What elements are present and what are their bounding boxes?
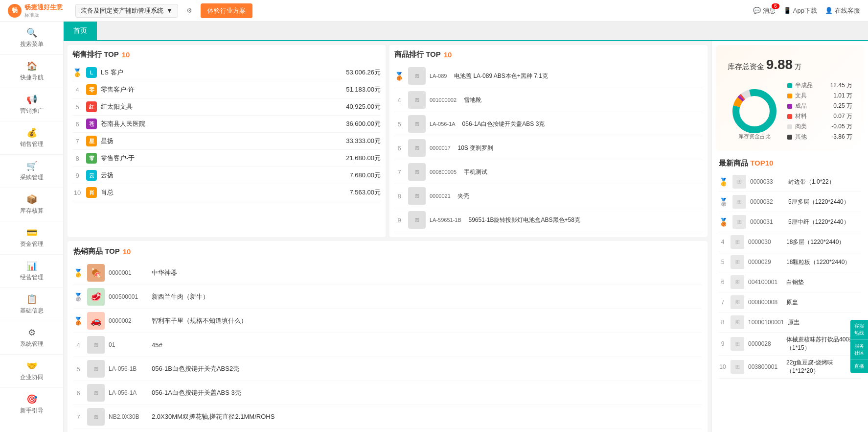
service-float: 客服热线 服务社区 直播 bbox=[850, 320, 868, 373]
middle-panel: 销售排行 TOP 10 🥇 L LS 客户 53,006.26元 bbox=[64, 41, 711, 432]
new-prod-row-3: 🥉 图 0000031 5厘中纤（1220*2440） bbox=[719, 212, 861, 232]
donut-chart: 库存资金占比 bbox=[728, 84, 781, 138]
hot-products-title: 热销商品 TOP 10 bbox=[73, 247, 702, 256]
sidebar-label-system: 系统管理 bbox=[20, 340, 44, 348]
system-selector[interactable]: 装备及固定资产辅助管理系统 ▼ bbox=[75, 4, 178, 18]
sidebar-item-sales[interactable]: 💰 销售管理 bbox=[0, 121, 63, 155]
product-ranking-suffix: 10 bbox=[444, 50, 452, 59]
sales-ranking-title-text: 销售排行 TOP bbox=[72, 50, 119, 59]
sidebar-label-marketing: 营销推广 bbox=[20, 107, 44, 115]
hot-products-title-text: 热销商品 TOP bbox=[73, 247, 120, 256]
sidebar-item-finance[interactable]: 💳 资金管理 bbox=[0, 221, 63, 255]
sidebar-item-purchase[interactable]: 🛒 采购管理 bbox=[0, 155, 63, 188]
sidebar-item-guide[interactable]: 🎯 新手引导 bbox=[0, 388, 63, 421]
prod-rank-row-8: 8 图 0000021 夹壳 bbox=[394, 184, 703, 208]
legend-item-6: 其他 -3.86 万 bbox=[787, 132, 852, 142]
prod-rank-num-5: 5 bbox=[394, 120, 404, 128]
tab-home[interactable]: 首页 bbox=[64, 22, 97, 40]
hot-products-suffix: 10 bbox=[123, 247, 131, 256]
prod-thumb-4: 图 bbox=[408, 91, 426, 109]
prod-rank-num-8: 8 bbox=[394, 192, 404, 200]
legend-value-4: 0.07 万 bbox=[833, 112, 852, 120]
customer-name-6: 苍南县人民医院 bbox=[101, 120, 342, 128]
legend-label-2: 文具 bbox=[795, 92, 830, 100]
message-button[interactable]: 💬 消息 6 bbox=[753, 6, 776, 15]
hot-thumb-2: 🥩 bbox=[87, 288, 105, 306]
new-rank-8: 8 bbox=[719, 319, 727, 326]
new-name-1: 封边带（1.0*22） bbox=[788, 178, 861, 186]
inventory-amount: 9.88 bbox=[766, 57, 793, 72]
new-code-4: 0000030 bbox=[748, 239, 782, 245]
community-label: 服务社区 bbox=[854, 343, 864, 357]
service-community-button[interactable]: 服务社区 bbox=[850, 340, 868, 360]
content-area: 销售排行 TOP 10 🥇 L LS 客户 53,006.26元 bbox=[64, 41, 868, 432]
sidebar-item-inventory[interactable]: 📦 库存核算 bbox=[0, 188, 63, 221]
new-name-3: 5厘中纤（1220*2440） bbox=[788, 218, 861, 226]
marketing-icon: 📢 bbox=[26, 94, 37, 105]
sales-rank-row-1: 🥇 L LS 客户 53,006.26元 bbox=[72, 64, 381, 81]
new-code-8: 10000100001 bbox=[748, 319, 784, 326]
hot-prod-row-1: 🥇 🍖 0000001 中华神器 bbox=[73, 261, 702, 285]
rank-num-6: 6 bbox=[72, 120, 82, 128]
prod-info-3: LA-089 电池盖 LA-089 ABS本色+黑种 7.1克 bbox=[430, 72, 703, 80]
hot-thumb-7: 图 bbox=[87, 408, 105, 426]
hot-prod-row-2: 🥈 🥩 000500001 新西兰牛肉（新牛） bbox=[73, 285, 702, 309]
hot-prod-row-7: 7 图 NB2.0X30B 2.0X30MM双搓花轴,搓花直径2.1MM/ROH… bbox=[73, 405, 702, 429]
new-code-7: 000800008 bbox=[748, 299, 782, 306]
hot-prod-row-3: 🥉 🚗 0000002 智利车子里（规格不知道填什么） bbox=[73, 309, 702, 333]
service-hotline-button[interactable]: 客服热线 bbox=[850, 320, 868, 340]
online-service-label: 在线客服 bbox=[835, 6, 860, 15]
prod-thumb-3: 图 bbox=[408, 67, 426, 85]
new-name-5: 18颗粒板（1220*2440） bbox=[786, 258, 861, 266]
customer-amount-9: 7,680.00元 bbox=[349, 171, 381, 180]
sidebar-item-marketing[interactable]: 📢 营销推广 bbox=[0, 88, 63, 121]
sidebar-item-search[interactable]: 🔍 搜索菜单 bbox=[0, 22, 63, 55]
service-live-button[interactable]: 直播 bbox=[850, 360, 868, 373]
inventory-chart-area: 库存资金占比 半成品 12.45 万 文具 1.01 万 bbox=[721, 76, 859, 146]
customer-amount-1: 53,006.26元 bbox=[346, 68, 381, 77]
sidebar-label-sales: 销售管理 bbox=[20, 140, 44, 148]
rank-num-7: 7 bbox=[72, 138, 82, 145]
inventory-header: 库存总资金 9.88 万 bbox=[721, 50, 859, 76]
customer-amount-5: 40,925.00元 bbox=[346, 102, 381, 111]
settings-button[interactable]: ⚙ bbox=[182, 3, 197, 18]
hot-rank-6: 6 bbox=[73, 389, 83, 397]
prod-name-7: 手机测试 bbox=[464, 168, 487, 175]
hot-products-list: 🥇 🍖 0000001 中华神器 🥈 🥩 bbox=[73, 261, 702, 432]
sidebar-item-operations[interactable]: 📊 经营管理 bbox=[0, 255, 63, 288]
nav-tabs: 首页 bbox=[64, 22, 868, 41]
app-download-button[interactable]: 📱 App下载 bbox=[783, 6, 817, 15]
prod-info-5: LA-056-1A 056-1A白色按键开关盖ABS 3克 bbox=[430, 120, 703, 128]
hot-name-1: 中华神器 bbox=[152, 268, 177, 277]
sales-ranking-suffix: 10 bbox=[122, 50, 130, 59]
rank-num-8: 8 bbox=[72, 155, 82, 162]
sidebar-item-collab[interactable]: 🤝 企业协同 bbox=[0, 355, 63, 388]
new-rank-7: 7 bbox=[719, 299, 727, 306]
legend-item-1: 半成品 12.45 万 bbox=[787, 80, 852, 91]
prod-info-4: 001000002 雪地靴 bbox=[430, 96, 703, 104]
sidebar-label-search: 搜索菜单 bbox=[20, 40, 44, 48]
sidebar-item-basics[interactable]: 📋 基础信息 bbox=[0, 288, 63, 321]
sidebar-label-purchase: 采购管理 bbox=[20, 173, 44, 182]
hot-thumb-6: 图 bbox=[87, 384, 105, 402]
product-ranking-title-text: 商品排行 TOP bbox=[394, 50, 441, 59]
medal-gold-1: 🥇 bbox=[72, 68, 82, 77]
legend-item-2: 文具 1.01 万 bbox=[787, 91, 852, 101]
new-name-4: 18多层（1220*2440） bbox=[786, 238, 861, 246]
hot-medal-1: 🥇 bbox=[73, 268, 83, 278]
message-count: 6 bbox=[772, 3, 779, 9]
prod-code-6: 0000017 bbox=[430, 145, 456, 151]
experience-button[interactable]: 体验行业方案 bbox=[201, 3, 252, 18]
sidebar-item-system[interactable]: ⚙ 系统管理 bbox=[0, 321, 63, 355]
prod-thumb-7: 图 bbox=[408, 163, 426, 181]
collab-icon: 🤝 bbox=[26, 360, 37, 371]
legend-label-3: 成品 bbox=[795, 102, 830, 110]
prod-name-9: 59651-1B旋转投影灯电池盒ABS黑色+58克 bbox=[468, 216, 580, 223]
sidebar-item-home[interactable]: 🏠 快捷导航 bbox=[0, 55, 63, 88]
customer-amount-7: 33,333.00元 bbox=[346, 137, 381, 145]
online-service-button[interactable]: 👤 在线客服 bbox=[825, 6, 860, 15]
topbar-left: 畅 畅捷通好生意 标准版 装备及固定资产辅助管理系统 ▼ ⚙ 体验行业方案 bbox=[8, 3, 252, 19]
product-ranking-title: 商品排行 TOP 10 bbox=[394, 50, 703, 59]
legend-label-4: 材料 bbox=[795, 112, 830, 120]
prod-thumb-6: 图 bbox=[408, 139, 426, 157]
